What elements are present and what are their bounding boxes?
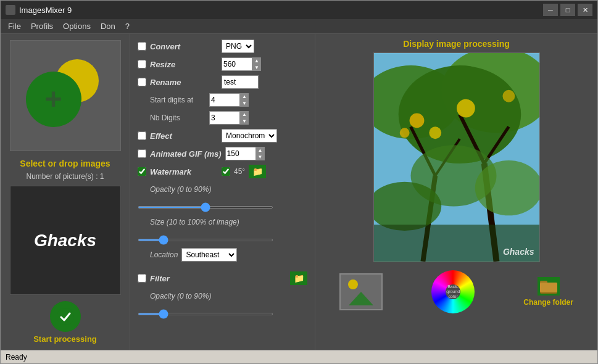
watermark-folder-button[interactable]: 📁: [249, 165, 266, 178]
resize-spinner: ▲ ▼: [222, 57, 261, 71]
rename-checkbox[interactable]: [138, 78, 146, 86]
menu-options[interactable]: Options: [58, 20, 96, 32]
start-digits-input[interactable]: [209, 93, 240, 107]
thumb-mountain-icon: [349, 292, 373, 305]
start-processing-label: Start processing: [33, 334, 97, 344]
effect-label: Effect: [150, 131, 218, 141]
window-controls: ─ □ ✕: [543, 4, 592, 16]
nb-digits-spin-down[interactable]: ▼: [240, 118, 249, 125]
change-folder-button[interactable]: Change folder: [523, 277, 573, 307]
main-content: + Select or drop images Number of pictur…: [1, 34, 597, 350]
nb-digits-input[interactable]: [209, 111, 240, 125]
start-processing-button[interactable]: Start processing: [33, 301, 97, 344]
start-digits-spin-buttons: ▲ ▼: [240, 93, 249, 107]
watermark-angle-checkbox[interactable]: [222, 167, 230, 176]
filter-label: Filter: [150, 274, 218, 283]
animated-gif-spin-down[interactable]: ▼: [256, 154, 265, 160]
watermark-preview-text: Ghacks: [34, 231, 96, 250]
svg-point-14: [429, 126, 441, 139]
animated-gif-input[interactable]: [225, 147, 256, 160]
preview-image: Ghacks: [373, 52, 540, 262]
convert-row: Convert PNG JPG GIF BMP: [138, 39, 307, 54]
watermark-row: Watermark 45° 📁: [138, 164, 307, 179]
resize-row: Resize ▲ ▼: [138, 57, 307, 72]
resize-label: Resize: [150, 60, 218, 69]
watermark-opacity-slider[interactable]: [138, 206, 273, 209]
effect-checkbox[interactable]: [138, 131, 146, 140]
resize-spin-up[interactable]: ▲: [252, 57, 261, 64]
convert-checkbox[interactable]: [138, 42, 146, 51]
status-bar: Ready: [1, 350, 597, 363]
menu-file[interactable]: File: [3, 20, 26, 32]
start-digits-spinner: ▲ ▼: [209, 93, 249, 107]
display-title: Display image processing: [403, 39, 510, 49]
resize-checkbox[interactable]: [138, 60, 146, 68]
main-window: ImagesMixer 9 ─ □ ✕ File Profils Options…: [0, 0, 598, 364]
resize-spin-buttons: ▲ ▼: [252, 57, 261, 71]
location-label: Location: [138, 250, 178, 259]
background-color-label: Back­groundcolor: [446, 284, 460, 299]
filter-opacity-slider-container: [138, 307, 273, 318]
svg-rect-22: [540, 283, 557, 292]
start-digits-spin-up[interactable]: ▲: [240, 93, 249, 100]
start-digits-label: Start digits at: [138, 96, 206, 104]
effect-row: Effect Monochrome Sepia Blur Sharpen: [138, 128, 307, 143]
filter-checkbox[interactable]: [138, 274, 146, 283]
animated-gif-row: Animated GIF (ms) ▲ ▼: [138, 146, 307, 161]
nb-digits-spin-up[interactable]: ▲: [240, 111, 249, 118]
bottom-controls: Back­groundcolor Change folder: [320, 267, 592, 316]
svg-point-12: [457, 99, 475, 118]
start-processing-icon: [50, 301, 81, 332]
start-digits-spin-down[interactable]: ▼: [240, 100, 249, 107]
svg-point-15: [399, 128, 409, 138]
watermark-opacity-slider-container: [138, 200, 273, 212]
green-circle: +: [26, 72, 81, 127]
animated-gif-spinner: ▲ ▼: [225, 147, 265, 160]
minimize-button[interactable]: ─: [543, 4, 558, 16]
color-wheel[interactable]: Back­groundcolor: [428, 267, 478, 316]
menu-help[interactable]: ?: [120, 20, 135, 32]
animated-gif-spin-buttons: ▲ ▼: [256, 147, 265, 160]
watermark-preview: Ghacks: [10, 186, 121, 295]
svg-point-11: [409, 114, 424, 128]
resize-input[interactable]: [222, 57, 252, 71]
effect-select[interactable]: Monochrome Sepia Blur Sharpen: [222, 129, 277, 143]
filter-opacity-slider[interactable]: [138, 313, 273, 315]
watermark-checkbox[interactable]: [138, 167, 146, 176]
plus-icon: +: [44, 85, 62, 114]
thumbnail-preview[interactable]: [339, 273, 383, 310]
change-folder-icon: [538, 277, 560, 296]
app-icon: [6, 5, 15, 15]
status-text: Ready: [6, 353, 27, 362]
preview-watermark-text: Ghacks: [503, 247, 534, 257]
rename-input[interactable]: [222, 75, 259, 89]
filter-folder-button[interactable]: 📁: [290, 271, 307, 285]
menu-don[interactable]: Don: [96, 20, 120, 32]
location-row: Location Southeast Northwest Northeast S…: [138, 247, 307, 262]
svg-point-0: [57, 308, 74, 325]
start-digits-row: Start digits at ▲ ▼: [138, 93, 307, 107]
filter-row: Filter 📁: [138, 271, 307, 286]
convert-format-select[interactable]: PNG JPG GIF BMP: [222, 39, 254, 53]
svg-point-18: [475, 160, 539, 215]
drop-zone[interactable]: +: [10, 40, 121, 151]
nb-digits-spinner: ▲ ▼: [209, 111, 249, 125]
right-panel: Display image processing: [315, 34, 597, 350]
resize-spin-down[interactable]: ▼: [252, 64, 261, 71]
animated-gif-checkbox[interactable]: [138, 149, 146, 158]
animated-gif-spin-up[interactable]: ▲: [256, 147, 265, 154]
watermark-label: Watermark: [150, 167, 218, 176]
animated-gif-label: Animated GIF (ms): [150, 149, 222, 159]
watermark-angle-label: 45°: [234, 167, 245, 176]
menu-profils[interactable]: Profils: [26, 20, 58, 32]
close-button[interactable]: ✕: [578, 4, 592, 16]
watermark-opacity-row: Opacity (0 to 90%): [138, 182, 307, 197]
watermark-size-label: Size (10 to 100% of image): [138, 218, 239, 226]
location-select[interactable]: Southeast Northwest Northeast Southwest …: [181, 248, 237, 262]
watermark-size-slider[interactable]: [138, 239, 273, 241]
restore-button[interactable]: □: [560, 4, 575, 16]
color-wheel-bg: Back­groundcolor: [431, 270, 475, 313]
nb-digits-spin-buttons: ▲ ▼: [240, 111, 249, 125]
thumb-sun-icon: [348, 279, 358, 289]
title-bar: ImagesMixer 9 ─ □ ✕: [1, 1, 597, 19]
